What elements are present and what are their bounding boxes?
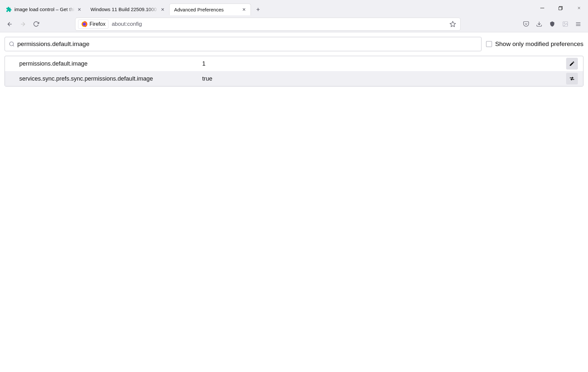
toolbar: Firefox about:config [0,16,588,32]
pref-name: permissions.default.image [19,60,202,67]
puzzle-icon [6,7,12,12]
show-modified-checkbox[interactable]: Show only modified preferences [486,40,583,48]
close-icon[interactable] [241,6,247,13]
firefox-icon [81,21,88,27]
show-modified-label: Show only modified preferences [495,40,583,48]
search-input[interactable] [17,40,477,48]
tab-1[interactable]: Windows 11 Build 22509.1000 rolls [86,4,169,15]
maximize-button[interactable] [551,0,570,16]
svg-line-12 [13,45,14,46]
bookmark-star-icon[interactable] [448,19,458,29]
menu-icon[interactable] [572,18,585,31]
url-text: about:config [112,21,448,27]
pref-row[interactable]: services.sync.prefs.sync.permissions.def… [5,71,583,86]
svg-rect-2 [559,7,562,10]
pref-table: permissions.default.image 1 services.syn… [5,56,583,86]
pref-name: services.sync.prefs.sync.permissions.def… [19,75,202,82]
url-identity-box[interactable]: Firefox [78,20,108,29]
toggle-button[interactable] [566,73,578,85]
minimize-button[interactable] [533,0,551,16]
pref-value: true [202,75,566,82]
search-row: Show only modified preferences [5,37,583,51]
shield-icon[interactable] [546,18,559,31]
tab-0[interactable]: image load control – Get this Ex [3,4,86,15]
svg-point-4 [83,23,86,26]
tab-title-2: Advanced Preferences [174,7,239,12]
url-bar[interactable]: Firefox about:config [75,18,461,31]
tab-2-active[interactable]: Advanced Preferences [169,4,251,15]
pocket-icon[interactable] [519,18,532,31]
forward-button[interactable] [16,18,29,31]
checkbox-icon [486,41,492,47]
search-box[interactable] [5,37,482,51]
image-icon[interactable] [559,18,572,31]
edit-button[interactable] [566,58,578,70]
config-content: Show only modified preferences permissio… [0,32,588,91]
svg-point-11 [9,42,13,46]
window-controls [533,0,588,16]
toolbar-icons [519,18,585,31]
pref-value: 1 [202,60,566,67]
pref-row[interactable]: permissions.default.image 1 [5,56,583,71]
reload-button[interactable] [29,18,42,31]
downloads-icon[interactable] [532,18,546,31]
tab-title-0: image load control – Get this Ex [14,7,75,12]
close-window-button[interactable] [570,0,588,16]
tab-title-1: Windows 11 Build 22509.1000 rolls [90,7,158,12]
svg-rect-0 [540,8,544,8]
tab-bar: image load control – Get this Ex Windows… [0,0,588,16]
svg-marker-5 [450,21,456,26]
svg-point-7 [564,23,564,23]
url-identity-label: Firefox [90,21,106,27]
back-button[interactable] [3,18,16,31]
new-tab-button[interactable] [252,4,264,15]
search-icon [9,41,15,47]
close-icon[interactable] [76,6,83,13]
close-icon[interactable] [159,6,166,13]
